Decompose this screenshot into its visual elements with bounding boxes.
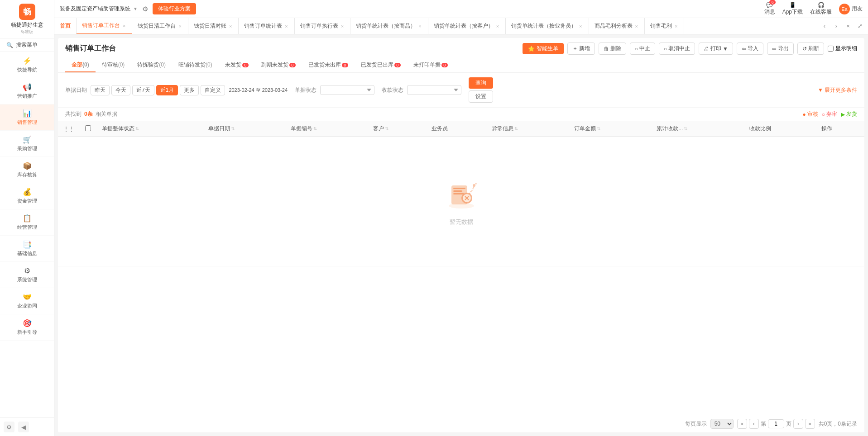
page-prev-btn[interactable]: ‹ bbox=[749, 419, 759, 429]
tab-close-sales-exec[interactable]: × bbox=[340, 24, 345, 29]
select-all-checkbox[interactable] bbox=[85, 125, 91, 131]
print-btn[interactable]: 🖨 打印 ▼ bbox=[699, 43, 733, 55]
tab-cash-daily[interactable]: 钱货日清工作台 × bbox=[132, 18, 188, 34]
tab-gross-margin[interactable]: 商品毛利分析表 × bbox=[589, 18, 645, 34]
tab-fullscreen-btn[interactable]: ⤢ bbox=[854, 21, 865, 32]
tab-sales-exec[interactable]: 销售订单执行表 × bbox=[295, 18, 350, 34]
date-btn-last1m[interactable]: 近1月 bbox=[156, 85, 178, 95]
app-title-dropdown-icon[interactable]: ▼ bbox=[133, 6, 138, 11]
tab-sales-stat4[interactable]: 销货单统计表（按业务员） × bbox=[506, 18, 589, 34]
message-btn[interactable]: 💬 6 消息 bbox=[764, 2, 775, 16]
date-btn-today[interactable]: 今天 bbox=[111, 85, 130, 95]
sub-tab-pending-review[interactable]: 待审核(0) bbox=[96, 58, 131, 72]
tab-close-sales-order[interactable]: × bbox=[122, 23, 126, 28]
tab-close-sales-stat4[interactable]: × bbox=[578, 24, 583, 29]
tab-close-cash-reconcile[interactable]: × bbox=[228, 24, 233, 29]
review-icon: ● bbox=[803, 111, 806, 118]
sidebar-item-basic[interactable]: 📑 基础信息 bbox=[0, 236, 54, 262]
sidebar-item-finance[interactable]: 💰 资金管理 bbox=[0, 183, 54, 209]
date-btn-more[interactable]: 更多 bbox=[180, 85, 199, 95]
payment-select[interactable] bbox=[407, 85, 461, 95]
sidebar-item-sales[interactable]: 📊 销售管理 bbox=[0, 104, 54, 131]
per-page-select[interactable]: 10 20 50 100 bbox=[710, 419, 734, 429]
date-btn-custom[interactable]: 自定义 bbox=[201, 85, 225, 95]
page-last-btn[interactable]: » bbox=[805, 419, 815, 429]
page-number-input[interactable] bbox=[768, 419, 784, 428]
sidebar-item-marketing[interactable]: 📢 营销推广 bbox=[0, 78, 54, 104]
user-btn[interactable]: Ea 用友 bbox=[839, 4, 863, 14]
col-date[interactable]: 单据日期⇅ bbox=[203, 121, 285, 137]
query-btn[interactable]: 查询 bbox=[469, 77, 493, 89]
tab-close-sales-stat3[interactable]: × bbox=[495, 24, 500, 29]
tab-sales-stat3[interactable]: 销货单统计表（按客户） × bbox=[428, 18, 506, 34]
status-select[interactable] bbox=[320, 85, 374, 95]
tab-sales-stat2[interactable]: 销货单统计表（按商品） × bbox=[350, 18, 428, 34]
tab-close-all-btn[interactable]: × bbox=[843, 21, 854, 32]
tab-cash-reconcile[interactable]: 钱货日清对账 × bbox=[188, 18, 239, 34]
date-btn-yesterday[interactable]: 昨天 bbox=[91, 85, 110, 95]
sidebar-item-purchase[interactable]: 🛒 采购管理 bbox=[0, 131, 54, 157]
marketing-icon: 📢 bbox=[23, 83, 32, 91]
sub-tab-wangpu[interactable]: 旺铺待发货(0) bbox=[172, 58, 219, 72]
sidebar-item-quick-nav[interactable]: ⚡ 快捷导航 bbox=[0, 52, 54, 78]
ship-action-btn[interactable]: ▶ 发货 bbox=[841, 110, 857, 118]
sidebar-item-operation[interactable]: 📋 经营管理 bbox=[0, 209, 54, 236]
export-btn[interactable]: ⇨ 导出 bbox=[767, 43, 794, 55]
show-detail-checkbox[interactable] bbox=[828, 46, 834, 52]
col-check[interactable] bbox=[80, 121, 96, 137]
tab-home[interactable]: 首页 bbox=[54, 18, 77, 34]
sub-tab-pending-inspect[interactable]: 待拣验货(0) bbox=[131, 58, 172, 72]
settings-bottom-btn[interactable]: ⚙ bbox=[4, 422, 14, 432]
sub-tab-shipped-out[interactable]: 已发货已出库0 bbox=[355, 58, 407, 72]
online-service-btn[interactable]: 🎧 在线客服 bbox=[810, 2, 832, 16]
sub-tab-unshipped[interactable]: 未发货0 bbox=[219, 58, 255, 72]
app-download-btn[interactable]: 📱 App下载 bbox=[782, 2, 803, 16]
collapse-sidebar-btn[interactable]: ◀ bbox=[18, 422, 29, 432]
delete-btn[interactable]: 🗑 删除 bbox=[599, 43, 626, 55]
col-customer[interactable]: 客户⇅ bbox=[368, 121, 426, 137]
tab-close-gross-margin[interactable]: × bbox=[634, 24, 639, 29]
search-menu[interactable]: 🔍 搜索菜单 bbox=[0, 38, 54, 52]
add-btn[interactable]: ＋ 新增 bbox=[567, 43, 595, 55]
drag-icon: ⋮⋮ bbox=[63, 126, 74, 132]
col-number[interactable]: 单据编号⇅ bbox=[285, 121, 368, 137]
sub-tab-shipped-not-in[interactable]: 已发货未出库0 bbox=[302, 58, 355, 72]
tab-close-sales-stat2[interactable]: × bbox=[417, 24, 422, 29]
page-next-btn[interactable]: › bbox=[793, 419, 803, 429]
refresh-btn[interactable]: ↺ 刷新 bbox=[797, 43, 824, 55]
stop-btn[interactable]: ○ 中止 bbox=[630, 43, 655, 55]
tab-prev-btn[interactable]: ‹ bbox=[819, 21, 830, 32]
tab-close-sales-rate[interactable]: × bbox=[674, 24, 678, 29]
col-amount[interactable]: 订单金额⇅ bbox=[569, 121, 651, 137]
expand-more-btn[interactable]: ▼ 展开更多条件 bbox=[818, 86, 857, 94]
sidebar-item-collab[interactable]: 🤝 企业协同 bbox=[0, 288, 54, 314]
industry-solution-btn[interactable]: 体验行业方案 bbox=[153, 3, 196, 14]
sub-tab-all[interactable]: 全部(0) bbox=[65, 58, 96, 72]
cancel-review-action-btn[interactable]: ○ 弃审 bbox=[822, 110, 837, 118]
refresh-icon: ↺ bbox=[802, 46, 807, 52]
tab-sales-stat[interactable]: 销售订单统计表 × bbox=[239, 18, 294, 34]
sub-tab-overdue[interactable]: 到期未发货0 bbox=[255, 58, 302, 72]
col-salesperson[interactable]: 业务员 bbox=[426, 121, 486, 137]
sidebar-item-guide[interactable]: 🎯 新手引导 bbox=[0, 314, 54, 341]
set-btn[interactable]: 设置 bbox=[469, 90, 493, 103]
star-icon: ⭐ bbox=[528, 46, 535, 52]
page-label: 第 bbox=[761, 420, 766, 428]
tab-close-cash-daily[interactable]: × bbox=[177, 24, 182, 29]
header-gear-icon[interactable]: ⚙ bbox=[142, 5, 148, 13]
date-btn-last7[interactable]: 近7天 bbox=[132, 85, 154, 95]
page-first-btn[interactable]: « bbox=[737, 419, 747, 429]
show-detail-label[interactable]: 显示明细 bbox=[828, 45, 857, 52]
sub-tab-unprinted[interactable]: 未打印单据0 bbox=[407, 58, 454, 72]
payment-filter-group: 收款状态 bbox=[382, 85, 461, 95]
cancel-stop-btn[interactable]: ○ 取消中止 bbox=[659, 43, 695, 55]
import-btn[interactable]: ⇦ 导入 bbox=[737, 43, 763, 55]
tab-close-sales-stat[interactable]: × bbox=[284, 24, 288, 29]
review-action-btn[interactable]: ● 审核 bbox=[803, 110, 818, 118]
tab-sales-rate[interactable]: 销售毛利 × bbox=[645, 18, 684, 34]
sidebar-item-inventory[interactable]: 📦 库存核算 bbox=[0, 157, 54, 183]
tab-next-btn[interactable]: › bbox=[831, 21, 842, 32]
tab-sales-order[interactable]: 销售订单工作台 × bbox=[77, 18, 132, 34]
smart-create-btn[interactable]: ⭐ 智能生单 bbox=[523, 43, 564, 54]
sidebar-item-system[interactable]: ⚙ 系统管理 bbox=[0, 262, 54, 288]
